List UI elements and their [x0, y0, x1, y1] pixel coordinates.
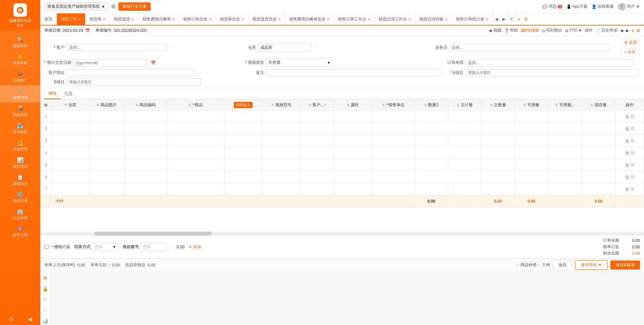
- tab-sales-order[interactable]: 销售订单 ✕: [57, 13, 85, 25]
- tab-close-sales-fee[interactable]: ✕: [172, 17, 175, 21]
- sidebar-item-enterprise[interactable]: 🏢 企业协同: [0, 206, 40, 223]
- customer-more-icon[interactable]: ···: [171, 46, 174, 49]
- delete-icon[interactable]: 🗑: [625, 162, 630, 168]
- row-2-product[interactable]: [167, 123, 224, 135]
- save-draft-button[interactable]: 保存草稿 ▼: [575, 260, 608, 270]
- copy-icon[interactable]: ⧉: [631, 126, 634, 131]
- row-1-quantity2[interactable]: [415, 111, 448, 123]
- view-video-button[interactable]: ▶ 视频: [490, 28, 501, 33]
- tab-return-history[interactable]: 销货单历史 ✕: [216, 13, 249, 25]
- profit-button[interactable]: ◎ 毛利预估: [542, 28, 562, 33]
- delete-icon[interactable]: 🗑: [625, 174, 630, 180]
- copy-icon[interactable]: ⧉: [631, 138, 634, 144]
- col-scan[interactable]: 扫码录入: [224, 100, 262, 111]
- horizontal-scrollbar[interactable]: [40, 232, 644, 236]
- tab-close-sales-stats[interactable]: ✕: [486, 17, 488, 21]
- right-panel-icon-4[interactable]: ☆: [41, 306, 49, 314]
- right-panel-icon-1[interactable]: ⚙: [41, 274, 49, 282]
- sub-tab-summary[interactable]: 汇总: [61, 89, 77, 99]
- save-new-button[interactable]: 保存&新增: [610, 260, 640, 270]
- tab-order-history[interactable]: 销售订单历史 ✕: [179, 13, 216, 25]
- tab-sales-return[interactable]: 销货单 ✕: [85, 13, 110, 25]
- one-click-checkbox-label[interactable]: 一键收订金: [44, 244, 70, 250]
- tab-sales-fee[interactable]: 销售费用分摊单 ✕: [139, 13, 179, 25]
- tab-next-button[interactable]: ▶: [500, 13, 507, 25]
- toolbar-layout-grid[interactable]: ⊞: [637, 28, 640, 33]
- tab-menu-button[interactable]: ≡: [515, 13, 522, 25]
- row-1-product-code[interactable]: [124, 111, 167, 123]
- add-payment-button[interactable]: ⊕ 添加: [189, 244, 201, 250]
- app-download-button[interactable]: 📱 App下载: [566, 4, 588, 9]
- sidebar-item-search[interactable]: 🔍 搜索菜单: [0, 34, 40, 51]
- sidebar-item-sales[interactable]: 🛒 销售管理: [0, 85, 40, 103]
- tab-fee-history[interactable]: 销售费用分摊单历史 ✕: [285, 13, 334, 25]
- col-main-unit[interactable]: ⇅ 主计量: [448, 100, 481, 111]
- warehouse-more-icon[interactable]: ···: [315, 46, 318, 49]
- history-button[interactable]: 📄 历史单据: [596, 28, 617, 33]
- col-current-stock[interactable]: ⇅ 现存量: [582, 100, 615, 111]
- right-panel-icon-3[interactable]: ✏: [41, 295, 49, 303]
- row-1-spec[interactable]: [262, 111, 300, 123]
- invoice-type-select[interactable]: 不开票 ▼: [266, 58, 333, 67]
- address-more-icon[interactable]: ···: [198, 71, 200, 75]
- sidebar-item-inventory[interactable]: 🏪 库存核算: [0, 120, 40, 137]
- row-1-warehouse[interactable]: [51, 111, 89, 123]
- tab-sales-stats[interactable]: 销售订单统计表 ✕: [452, 13, 493, 25]
- tab-close-return-history[interactable]: ✕: [241, 17, 244, 21]
- delete-icon[interactable]: 🗑: [625, 126, 630, 131]
- messages-button[interactable]: 💬 消息 9: [542, 4, 562, 9]
- a-project-input[interactable]: [465, 69, 640, 76]
- settings-gear-icon[interactable]: ⚙: [111, 3, 116, 10]
- bank-more-icon[interactable]: ···: [170, 245, 173, 249]
- delete-icon[interactable]: 🗑: [625, 187, 630, 192]
- customer-address-input[interactable]: [67, 69, 194, 76]
- tab-home[interactable]: 首页: [40, 13, 57, 25]
- row-2-warehouse[interactable]: [51, 123, 89, 135]
- sidebar-item-operation[interactable]: 📊 经营管理: [0, 154, 40, 171]
- order-source-input[interactable]: [465, 59, 634, 67]
- sidebar-settings-icon[interactable]: ⚙: [9, 316, 13, 322]
- copy-icon[interactable]: ⧉: [631, 114, 634, 119]
- right-panel-icon-2[interactable]: 🔒: [41, 285, 49, 293]
- ops-button[interactable]: 操作: [585, 28, 593, 33]
- one-click-checkbox[interactable]: [44, 245, 49, 249]
- col-warehouse[interactable]: ⇅ 仓库: [51, 100, 89, 111]
- row-2-spec[interactable]: [262, 123, 300, 135]
- sidebar-item-base-info[interactable]: 📋 基础信息: [0, 171, 40, 189]
- col-sales-unit[interactable]: ⇅ *销售单位: [372, 100, 415, 111]
- copy-icon[interactable]: ⧉: [631, 186, 634, 192]
- col-product-code[interactable]: ⇅ 商品编码: [124, 100, 167, 111]
- tab-cash-account[interactable]: 钱货日清对账 ✕: [415, 13, 452, 25]
- col-product[interactable]: ⇅ *商品: [167, 100, 224, 111]
- remarks-input[interactable]: [266, 69, 441, 76]
- bank-account-select[interactable]: 选择...: [140, 243, 167, 251]
- col-attribute[interactable]: ⇅ 属性: [334, 100, 372, 111]
- col-settings[interactable]: ⚙: [41, 100, 51, 111]
- delete-icon[interactable]: 🗑: [625, 138, 630, 144]
- settings-button[interactable]: ⚙ 设置: [621, 38, 640, 47]
- col-available2[interactable]: ⇅ 可用量...: [548, 100, 582, 111]
- row-1-customer-field[interactable]: [300, 111, 334, 123]
- row-1-product[interactable]: [167, 111, 224, 123]
- sidebar-item-quick-nav[interactable]: ⚡ 快捷导航: [0, 51, 40, 68]
- copy-icon[interactable]: ⧉: [631, 150, 634, 156]
- app-selector[interactable]: 装备及固定资产辅助管理系统 ▼: [44, 2, 108, 11]
- payment-method-select[interactable]: 选择... ▼: [92, 243, 119, 251]
- copy-icon[interactable]: ⧉: [631, 162, 634, 168]
- row-2-main-unit[interactable]: [448, 123, 481, 135]
- row-1-sales-unit[interactable]: [372, 111, 415, 123]
- row-2-main-quantity[interactable]: [481, 123, 515, 135]
- copy-icon[interactable]: ⧉: [631, 174, 634, 180]
- toolbar-nav-prev[interactable]: ◀: [620, 28, 623, 33]
- tab-close-cash-account[interactable]: ✕: [445, 17, 448, 21]
- col-main-quantity[interactable]: ⇅ 主数量: [481, 100, 515, 111]
- delivery-calendar-icon[interactable]: 📅: [151, 60, 156, 65]
- delivery-date-input[interactable]: [73, 59, 147, 67]
- order-source-more-icon[interactable]: ···: [637, 61, 640, 65]
- sidebar-item-purchase[interactable]: 📦 采购管理: [0, 103, 40, 120]
- tab-close-sales-order[interactable]: ✕: [78, 17, 81, 21]
- tab-close-fee-history[interactable]: ✕: [327, 17, 330, 21]
- print-button[interactable]: 🖨 打印 ▼: [565, 28, 582, 33]
- customer-input[interactable]: [67, 44, 167, 51]
- sidebar-item-system[interactable]: ⚙️ 系统管理: [0, 189, 40, 206]
